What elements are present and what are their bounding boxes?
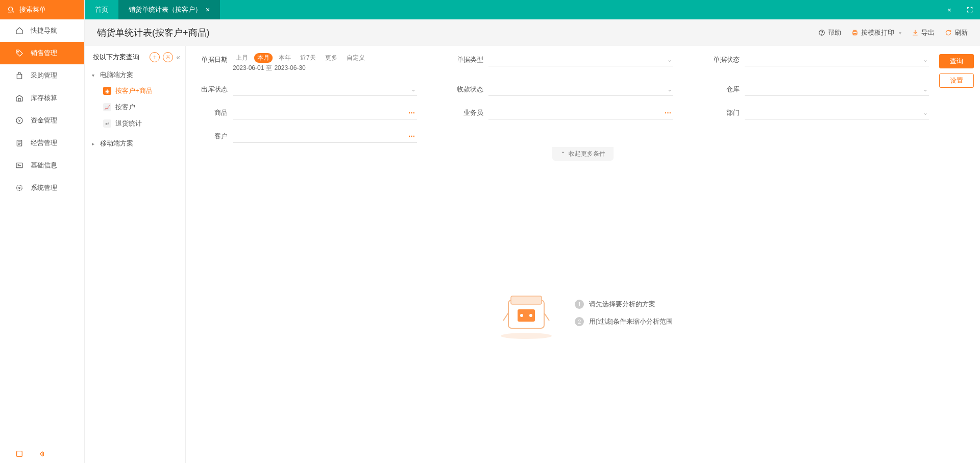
svg-rect-11: [16, 163, 22, 167]
collapse-filters-button[interactable]: ⌃ 收起更多条件: [552, 147, 614, 161]
more-icon[interactable]: ⋯: [408, 109, 417, 116]
clipboard-icon: [15, 139, 23, 147]
gear-icon: [165, 55, 170, 60]
svg-point-28: [529, 314, 532, 317]
nav-quick[interactable]: 快捷导航: [0, 19, 84, 42]
svg-rect-16: [17, 451, 22, 457]
svg-point-15: [19, 187, 20, 189]
filter-department[interactable]: 部门 ⌄: [704, 106, 929, 119]
filter-customer[interactable]: 客户 ⋯: [192, 130, 417, 143]
tag-icon: [15, 49, 23, 57]
nav-inventory[interactable]: 库存核算: [0, 87, 84, 109]
help-button[interactable]: 帮助: [818, 28, 841, 37]
footer-icon-1[interactable]: [15, 450, 23, 458]
filter-salesperson[interactable]: 业务员 ⋯: [448, 106, 673, 119]
chevron-down-icon: ⌄: [667, 86, 673, 93]
preset-custom[interactable]: 自定义: [344, 53, 368, 63]
empty-step-2: 2 用[过滤]条件来缩小分析范围: [575, 317, 672, 326]
main-area: 首页 销货单统计表（按客户） × × 销货单统计表(按客户+商品) 帮助: [85, 0, 980, 463]
search-menu-button[interactable]: 搜索菜单: [0, 0, 84, 19]
svg-point-22: [167, 57, 169, 58]
chevron-down-icon: ⌄: [411, 86, 417, 93]
date-range-display[interactable]: 2023-06-01至2023-06-30: [233, 64, 417, 72]
scheme-customer-product[interactable]: ◉ 按客户+商品: [90, 83, 180, 99]
filter-warehouse[interactable]: 仓库 ⌄: [704, 83, 929, 96]
page-title: 销货单统计表(按客户+商品): [97, 27, 210, 39]
close-icon[interactable]: ×: [206, 6, 210, 14]
filter-date: 单据日期 上月 本月 本年 近7天 更多 自定义: [192, 53, 417, 72]
bag-icon: [15, 71, 23, 80]
nav-system[interactable]: 系统管理: [0, 177, 84, 199]
scheme-returns[interactable]: ↩ 退货统计: [90, 115, 180, 132]
footer-icon-2[interactable]: [39, 450, 47, 458]
tree-group-desktop[interactable]: ▾ 电脑端方案: [90, 67, 180, 83]
sidebar-footer: [0, 445, 84, 463]
preset-this-month[interactable]: 本月: [254, 53, 273, 63]
sidebar: 搜索菜单 快捷导航 销售管理 采购管理 库存核算 ¥ 资金管理 经营管理 基础信: [0, 0, 85, 463]
tab-home[interactable]: 首页: [85, 0, 118, 19]
search-menu-label: 搜索菜单: [19, 5, 46, 14]
nav-operation[interactable]: 经营管理: [0, 132, 84, 154]
print-button[interactable]: 按模板打印 ▾: [851, 28, 901, 37]
chevron-up-icon: ⌃: [560, 151, 566, 158]
chevron-down-icon: ▾: [899, 30, 901, 36]
tab-report[interactable]: 销货单统计表（按客户） ×: [118, 0, 220, 19]
filter-product[interactable]: 商品 ⋯: [192, 106, 417, 119]
empty-illustration: [493, 285, 559, 341]
nav-basic[interactable]: 基础信息: [0, 154, 84, 177]
query-button[interactable]: 查询: [939, 54, 974, 68]
filter-out-status[interactable]: 出库状态 ⌄: [192, 83, 417, 96]
collapse-tree-button[interactable]: «: [176, 53, 180, 61]
tabbar-fullscreen[interactable]: [960, 0, 980, 19]
svg-point-3: [17, 51, 18, 52]
help-icon: [818, 29, 825, 36]
filter-pay-status[interactable]: 收款状态 ⌄: [448, 83, 673, 96]
settings-button[interactable]: 设置: [939, 74, 974, 88]
svg-point-14: [17, 185, 22, 191]
preset-more[interactable]: 更多: [322, 53, 340, 63]
empty-state: 1 请先选择要分析的方案 2 用[过滤]条件来缩小分析范围: [186, 163, 980, 463]
nav-funds[interactable]: ¥ 资金管理: [0, 109, 84, 132]
scheme-settings-button[interactable]: [163, 52, 173, 62]
chevron-down-icon: ⌄: [923, 109, 929, 116]
nav-sales[interactable]: 销售管理: [0, 42, 84, 64]
export-button[interactable]: 导出: [912, 28, 935, 37]
return-icon: ↩: [103, 119, 111, 128]
tree-group-mobile[interactable]: ▸ 移动端方案: [90, 136, 180, 151]
nav-purchase[interactable]: 采购管理: [0, 64, 84, 87]
caret-right-icon: ▸: [92, 141, 97, 147]
refresh-icon: [945, 29, 952, 36]
svg-line-1: [12, 11, 14, 12]
svg-line-30: [544, 313, 549, 321]
export-icon: [912, 29, 919, 36]
more-icon[interactable]: ⋯: [665, 109, 673, 116]
search-icon: [7, 6, 15, 14]
card-icon: [15, 161, 23, 169]
preset-last7[interactable]: 近7天: [297, 53, 319, 63]
chevron-down-icon: ⌄: [923, 56, 929, 63]
query-scheme-panel: 按以下方案查询 + « ▾ 电脑端方案 ◉: [85, 46, 186, 463]
scheme-customer[interactable]: 📈 按客户: [90, 99, 180, 115]
filter-doc-type[interactable]: 单据类型 ⌄: [448, 53, 673, 72]
empty-step-1: 1 请先选择要分析的方案: [575, 300, 672, 309]
gear-dash-icon: [15, 184, 23, 192]
filter-doc-status[interactable]: 单据状态 ⌄: [704, 53, 929, 72]
svg-point-18: [822, 34, 822, 35]
svg-line-29: [503, 313, 508, 321]
more-icon[interactable]: ⋯: [408, 132, 417, 140]
preset-last-month[interactable]: 上月: [233, 53, 251, 63]
clock-icon: ◉: [103, 87, 111, 95]
warehouse-icon: [15, 94, 23, 102]
money-icon: ¥: [15, 116, 23, 125]
page-header: 销货单统计表(按客户+商品) 帮助 按模板打印 ▾ 导出 刷新: [85, 19, 980, 46]
fullscreen-icon: [966, 6, 973, 13]
add-scheme-button[interactable]: +: [150, 52, 160, 62]
refresh-button[interactable]: 刷新: [945, 28, 968, 37]
preset-this-year[interactable]: 本年: [276, 53, 294, 63]
tabbar: 首页 销货单统计表（按客户） × ×: [85, 0, 980, 19]
svg-point-27: [520, 314, 523, 317]
home-icon: [15, 27, 23, 35]
chevron-down-icon: ⌄: [667, 56, 673, 63]
svg-point-23: [501, 333, 552, 339]
tabbar-close-all[interactable]: ×: [939, 0, 960, 19]
